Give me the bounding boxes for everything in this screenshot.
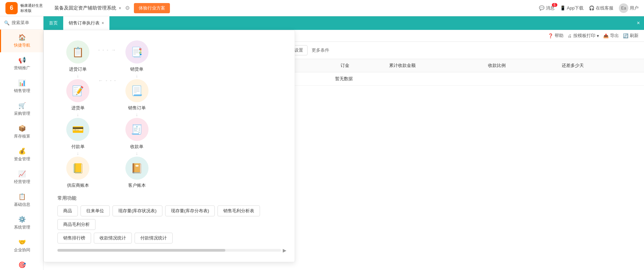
help-icon: ❓ [548,33,553,38]
print-dropdown-icon[interactable]: ▾ [597,33,599,38]
purchase-icon: 🛒 [18,102,26,109]
func-btn-product-margin[interactable]: 商品毛利分析 [57,219,95,230]
help-action[interactable]: ❓ 帮助 [548,33,563,39]
center-arrows: - - - → ← - - - [98,40,117,83]
payment-node[interactable]: 💳 付款单 [57,118,98,150]
receipt-node[interactable]: 🧾 收款单 [117,118,157,150]
message-icon: 💬 [539,5,544,11]
sidebar-item-sales[interactable]: 📊 销售管理 [0,75,43,98]
sales-flow: 📑 销货单 ↓ 📃 销售订单 ↓ 🧾 [117,40,157,188]
func-btn-partners[interactable]: 往来单位 [81,205,110,216]
basic-info-icon: 📋 [18,193,26,200]
common-functions-title: 常用功能 [57,195,281,201]
sidebar-item-enterprise[interactable]: 🤝 企业协同 [0,234,43,257]
enterprise-icon: 🤝 [18,238,26,246]
sales-order-icon: 📃 [131,85,143,96]
sales-order-node[interactable]: 📃 销售订单 [117,79,157,111]
purchase-order-circle: 📋 [66,40,89,64]
online-service-action[interactable]: 🎧 在线客服 [589,5,613,11]
sales-bill-node[interactable]: 📑 销货单 [117,40,157,72]
payment-label: 付款单 [71,144,85,150]
tab-home[interactable]: 首页 [43,16,63,30]
common-functions: 常用功能 商品 往来单位 现存量(库存状况表) 现存量(库存分布表) 销售毛利分… [57,195,281,244]
sidebar-item-operations[interactable]: 📈 经营管理 [0,166,43,189]
top-bar-right: 💬 消息 6 📱 App下载 🎧 在线客服 Ea 用户 [539,3,639,13]
sales-bill-icon: 📑 [131,47,143,58]
sidebar-item-basic-info[interactable]: 📋 基础信息 [0,189,43,212]
export-action[interactable]: 📤 导出 [603,33,619,39]
scroll-right-icon[interactable]: ▶ [283,248,286,253]
inventory-icon: 📦 [18,125,26,132]
purchase-bill-icon: 📝 [72,85,84,96]
func-buttons-row1: 商品 往来单位 现存量(库存状况表) 现存量(库存分布表) 销售毛利分析表 商品… [57,205,281,230]
arrow-down-3: ↓ [77,150,79,156]
sidebar-item-system[interactable]: ⚙️ 系统管理 [0,212,43,234]
tabs-bar-close-icon[interactable]: × [637,20,640,26]
newbie-icon: 🎯 [18,261,26,269]
purchase-order-icon: 📋 [72,47,84,58]
quick-nav-overlay: 📋 进货订单 ↓ 📝 进货单 ↓ 💳 [43,30,295,262]
sidebar-item-finance[interactable]: 💰 资金管理 [0,143,43,166]
supplier-ledger-node[interactable]: 📒 供应商账本 [57,157,98,188]
supplier-ledger-label: 供应商账本 [67,182,89,188]
sidebar-item-inventory[interactable]: 📦 库存核算 [0,121,43,143]
customer-ledger-circle: 📔 [125,157,149,180]
func-btn-payment-stats[interactable]: 付款情况统计 [135,233,173,244]
message-action[interactable]: 💬 消息 6 [539,5,555,11]
sidebar-item-quick-nav[interactable]: 🏠 快捷导航 [0,30,43,52]
func-btn-sales-ranking[interactable]: 销售排行榜 [57,233,91,244]
payment-circle: 💳 [66,118,89,141]
sales-order-label: 销售订单 [128,105,146,111]
system-icon: ⚙️ [18,216,26,223]
sales-order-circle: 📃 [125,79,149,102]
purchase-order-label: 进货订单 [69,66,87,72]
supplier-ledger-circle: 📒 [66,157,89,180]
func-btn-sales-margin[interactable]: 销售毛利分析表 [217,205,260,216]
finance-icon: 💰 [18,147,26,155]
func-btn-stock-status[interactable]: 现存量(库存状况表) [112,205,162,216]
headset-icon: 🎧 [589,5,594,11]
logo-icon: 6 [5,2,18,14]
sidebar-item-marketing[interactable]: 📢 营销推广 [0,52,43,75]
func-btn-receipt-stats[interactable]: 收款情况统计 [94,233,132,244]
customer-ledger-node[interactable]: 📔 客户账本 [117,157,157,188]
system-dropdown-icon[interactable]: ▾ [119,6,121,11]
system-title-area: 装备及固定资产辅助管理系统 ▾ ⚙ [54,5,130,11]
tab-close-icon[interactable]: × [102,21,104,25]
purchase-order-node[interactable]: 📋 进货订单 [57,40,98,72]
app-wrapper: 6 畅康通好生意 标准版 装备及固定资产辅助管理系统 ▾ ⚙ 体验行业方案 💬 … [0,0,644,270]
logo-text: 畅康通好生意 标准版 [20,3,43,13]
arrow-down-5: ↓ [136,112,138,117]
refresh-action[interactable]: 🔄 刷新 [623,33,639,39]
func-btn-stock-dist[interactable]: 现存量(库存分布表) [165,205,215,216]
arrow-down-6: ↓ [136,150,138,156]
sales-icon: 📊 [18,79,26,87]
func-btn-product[interactable]: 商品 [57,205,78,216]
marketing-icon: 📢 [18,56,26,64]
home-icon: 🏠 [18,34,26,41]
arrow-down-4: ↓ [136,73,138,78]
message-badge: 6 [552,3,557,7]
more-conditions-link[interactable]: 更多条件 [312,47,329,53]
overlay-scrollbar[interactable] [57,249,281,252]
tab-sales-order[interactable]: 销售订单执行表 × [63,16,109,30]
sidebar-search[interactable]: 🔍 搜索菜单 [0,16,43,30]
purchase-flow: 📋 进货订单 ↓ 📝 进货单 ↓ 💳 [57,40,98,188]
sidebar-item-purchase[interactable]: 🛒 采购管理 [0,98,43,121]
customer-ledger-icon: 📔 [131,163,143,174]
overlay-scrollbar-thumb [57,249,225,252]
col-receipt-ratio: 收款比例 [484,59,558,72]
user-action[interactable]: Ea 用户 [619,3,639,13]
purchase-bill-node[interactable]: 📝 进货单 [57,79,98,111]
col-total-receipt: 累计收款金额 [385,59,484,72]
gear-icon[interactable]: ⚙ [125,5,130,11]
system-title: 装备及固定资产辅助管理系统 [54,5,116,11]
template-print-action[interactable]: 🖨 按模板打印 ▾ [568,33,599,39]
sidebar-item-newbie[interactable]: 🎯 新手引导 [0,257,43,270]
app-download-action[interactable]: 📱 App下载 [560,5,584,11]
experience-btn[interactable]: 体验行业方案 [134,3,170,13]
sales-bill-circle: 📑 [125,40,149,64]
logo-area: 6 畅康通好生意 标准版 [5,2,49,14]
arrow-right-2: ← - - - [98,78,117,83]
arrow-down-1: ↓ [77,73,79,78]
